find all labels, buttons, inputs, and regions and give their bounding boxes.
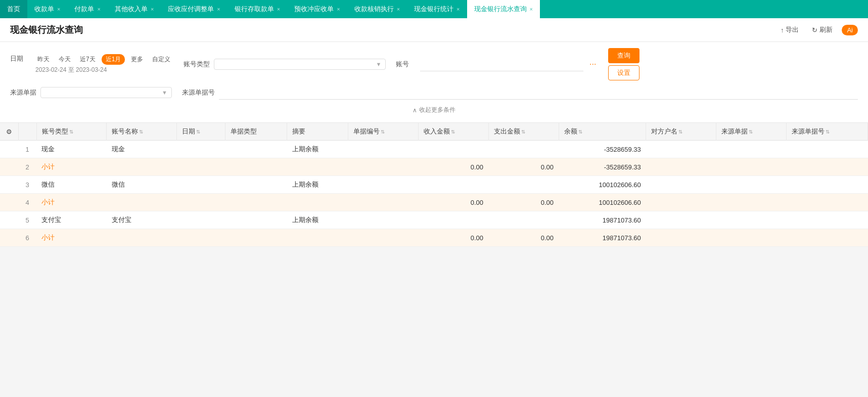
row-doc-type [225, 211, 287, 229]
row-balance: 100102606.60 [559, 194, 646, 211]
th-source-doc[interactable]: 来源单据⇅ [716, 123, 787, 141]
th-account-type[interactable]: 账号类型⇅ [36, 123, 107, 141]
date-btn-more[interactable]: 更多 [128, 54, 146, 65]
row-balance: 100102606.60 [559, 176, 646, 194]
th-source-doc-no[interactable]: 来源单据号⇅ [787, 123, 868, 141]
row-source-doc [716, 229, 787, 247]
row-account-name [107, 158, 177, 176]
row-gear [0, 141, 18, 158]
date-btn-yesterday[interactable]: 昨天 [34, 54, 53, 65]
date-range-display: 2023-02-24 至 2023-03-24 [35, 66, 173, 74]
nav-tab-xianjintongji[interactable]: 现金银行统计× [407, 0, 467, 18]
close-icon[interactable]: × [151, 0, 154, 18]
row-expense [488, 141, 559, 158]
row-counterpart [646, 194, 716, 211]
nav-tab-shoukuandan[interactable]: 收款单× [27, 0, 67, 18]
query-button[interactable]: 查询 [608, 48, 639, 63]
th-account-name[interactable]: 账号名称⇅ [107, 123, 177, 141]
row-income [418, 141, 488, 158]
row-doc-type [225, 229, 287, 247]
row-account-name [107, 194, 177, 211]
page-title: 现金银行流水查询 [10, 24, 83, 36]
nav-tab-yinhang[interactable]: 银行存取款单× [227, 0, 287, 18]
close-icon[interactable]: × [217, 0, 220, 18]
th-date[interactable]: 日期⇅ [177, 123, 225, 141]
nav-tab-qitashouruda[interactable]: 其他收入单× [108, 0, 161, 18]
close-icon[interactable]: × [456, 0, 460, 18]
account-type-select[interactable]: ▼ [214, 59, 386, 70]
row-income: 0.00 [418, 194, 488, 211]
row-income: 0.00 [418, 229, 488, 247]
row-account-type: 小计 [36, 158, 107, 176]
row-account-name: 微信 [107, 176, 177, 194]
row-index: 6 [18, 229, 36, 247]
row-income: 0.00 [418, 158, 488, 176]
row-source-doc [716, 194, 787, 211]
row-counterpart [646, 141, 716, 158]
nav-home[interactable]: 首页 [0, 0, 27, 18]
close-icon[interactable]: × [397, 0, 400, 18]
date-filter-group: 日期 昨天 今天 近7天 近1月 更多 自定义 2023-02-24 至 202… [10, 54, 173, 74]
table-row: 4 小计 0.00 0.00 100102606.60 [0, 194, 868, 211]
table-container: ⚙ 账号类型⇅ 账号名称⇅ 日期⇅ 单据类型 摘要 单据编号⇅ 收入金额⇅ 支出… [0, 123, 868, 247]
th-counterpart[interactable]: 对方户名⇅ [646, 123, 716, 141]
export-button[interactable]: ↑ 导出 [776, 23, 803, 36]
nav-tab-yushou[interactable]: 预收冲应收单× [287, 0, 347, 18]
more-options-icon[interactable]: ··· [587, 60, 598, 69]
source-doc-no-input[interactable] [219, 85, 858, 100]
account-input[interactable] [420, 57, 583, 71]
th-gear[interactable]: ⚙ [0, 123, 18, 141]
row-expense [488, 176, 559, 194]
row-source-doc-no [787, 176, 868, 194]
refresh-icon: ↻ [812, 26, 817, 34]
date-btn-today[interactable]: 今天 [56, 54, 74, 65]
row-doc-no [348, 229, 418, 247]
row-counterpart [646, 176, 716, 194]
action-buttons: 查询 设置 [608, 48, 639, 80]
row-account-type: 现金 [36, 141, 107, 158]
row-gear [0, 211, 18, 229]
row-date [177, 194, 225, 211]
table-row: 1 现金 现金 上期余额 -3528659.33 [0, 141, 868, 158]
refresh-button[interactable]: ↻ 刷新 [808, 23, 837, 36]
nav-tab-liushuichaxun[interactable]: 现金银行流水查询× [467, 0, 540, 18]
th-expense[interactable]: 支出金额⇅ [488, 123, 559, 141]
close-icon[interactable]: × [97, 0, 100, 18]
row-summary: 上期余额 [287, 176, 348, 194]
account-type-filter: 账号类型 ▼ [184, 59, 386, 70]
date-options: 昨天 今天 近7天 近1月 更多 自定义 2023-02-24 至 2023-0… [34, 54, 173, 74]
filter-row-1: 日期 昨天 今天 近7天 近1月 更多 自定义 2023-02-24 至 202… [10, 48, 858, 80]
row-source-doc [716, 141, 787, 158]
close-icon[interactable]: × [530, 0, 533, 18]
row-source-doc-no [787, 158, 868, 176]
table-row: 2 小计 0.00 0.00 -3528659.33 [0, 158, 868, 176]
date-btn-1month[interactable]: 近1月 [102, 54, 125, 65]
row-doc-type [225, 194, 287, 211]
collapse-bar[interactable]: ∧ 收起更多条件 [10, 104, 858, 116]
date-btn-7days[interactable]: 近7天 [77, 54, 99, 65]
date-btn-custom[interactable]: 自定义 [149, 54, 173, 65]
row-account-name: 支付宝 [107, 211, 177, 229]
row-doc-type [225, 141, 287, 158]
th-balance[interactable]: 余额⇅ [559, 123, 646, 141]
settings-button[interactable]: 设置 [608, 65, 639, 80]
header-actions: ↑ 导出 ↻ 刷新 Ai [776, 23, 858, 36]
nav-tab-shoukuanhe[interactable]: 收款核销执行× [347, 0, 407, 18]
nav-tab-yingshouyingfu[interactable]: 应收应付调整单× [161, 0, 227, 18]
ai-button[interactable]: Ai [842, 25, 858, 35]
row-expense: 0.00 [488, 158, 559, 176]
close-icon[interactable]: × [337, 0, 340, 18]
row-date [177, 176, 225, 194]
close-icon[interactable]: × [57, 0, 60, 18]
nav-tab-fukuandan[interactable]: 付款单× [67, 0, 107, 18]
source-doc-select[interactable]: ▼ [40, 87, 172, 98]
row-summary [287, 158, 348, 176]
row-account-type: 小计 [36, 229, 107, 247]
row-doc-type [225, 158, 287, 176]
table-header-row: ⚙ 账号类型⇅ 账号名称⇅ 日期⇅ 单据类型 摘要 单据编号⇅ 收入金额⇅ 支出… [0, 123, 868, 141]
close-icon[interactable]: × [277, 0, 280, 18]
th-doc-no[interactable]: 单据编号⇅ [348, 123, 418, 141]
th-income[interactable]: 收入金额⇅ [418, 123, 488, 141]
row-doc-no [348, 176, 418, 194]
th-doc-type: 单据类型 [225, 123, 287, 141]
